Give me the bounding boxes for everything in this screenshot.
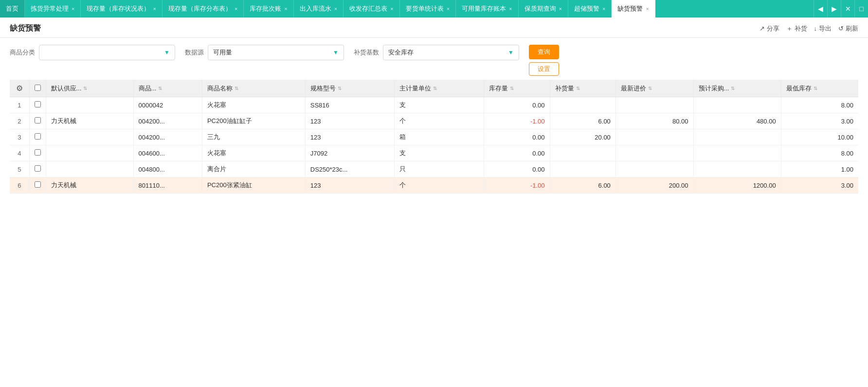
cell-spec-2: 123	[305, 129, 394, 145]
sort-icon-code: ⇅	[158, 86, 162, 91]
tab-batch-account-close[interactable]: ×	[284, 6, 287, 12]
col-replenish-qty[interactable]: 补货量 ⇅	[550, 80, 615, 97]
cell-stock-3: 0.00	[484, 145, 550, 161]
col-latest-price[interactable]: 最新进价 ⇅	[615, 80, 693, 97]
cell-name-1: PC200油缸缸子	[202, 113, 305, 129]
query-button[interactable]: 查询	[529, 45, 559, 59]
row-num-2: 3	[10, 129, 29, 145]
category-select[interactable]: ▼	[39, 45, 175, 60]
tab-available-ledger-close[interactable]: ×	[509, 6, 512, 12]
replenish-btn[interactable]: ＋ 补货	[786, 24, 807, 33]
cell-est-purchase-0	[693, 97, 781, 113]
cell-supplier-0	[46, 97, 133, 113]
cell-spec-0: SS816	[305, 97, 394, 113]
cell-stock-0: 0.00	[484, 97, 550, 113]
cell-supplier-1: 力天机械	[46, 113, 133, 129]
col-est-purchase[interactable]: 预计采购... ⇅	[693, 80, 781, 97]
page-header: 缺货预警 ↗ 分享 ＋ 补货 ↓ 导出 ↺ 刷新	[0, 18, 868, 38]
col-gear[interactable]: ⚙	[10, 80, 29, 97]
col-checkbox[interactable]	[29, 80, 46, 97]
tab-available-ledger[interactable]: 可用量库存账本 ×	[456, 0, 518, 18]
col-spec[interactable]: 规格型号 ⇅	[305, 80, 394, 97]
tab-batch-account[interactable]: 库存批次账 ×	[244, 0, 293, 18]
sort-icon-price: ⇅	[648, 86, 652, 91]
cell-unit-5: 个	[395, 177, 484, 194]
settings-button[interactable]: 设置	[529, 62, 559, 76]
cell-price-0	[615, 97, 693, 113]
table-row: 5 004800... 离合片 DS250*23c... 只 0.00 1.00	[10, 161, 858, 177]
sort-icon-est-purchase: ⇅	[731, 86, 735, 91]
cell-replenish-5: 6.00	[550, 177, 615, 194]
filter-group-replenish: 补货基数 安全库存 ▼	[354, 45, 519, 60]
tab-shortage-warning[interactable]: 缺货预警 ×	[612, 0, 655, 18]
export-btn[interactable]: ↓ 导出	[814, 24, 832, 33]
tab-inventory-dist[interactable]: 现存量（库存分布表） ×	[163, 0, 244, 18]
category-arrow-icon: ▼	[164, 49, 170, 56]
share-icon: ↗	[760, 25, 765, 32]
row-checkbox-4[interactable]	[29, 161, 46, 177]
tab-exception[interactable]: 拣货异常处理 ×	[25, 0, 81, 18]
col-product-code[interactable]: 商品... ⇅	[133, 80, 202, 97]
tab-receipt-summary-close[interactable]: ×	[390, 6, 393, 12]
cell-min-stock-0: 8.00	[781, 97, 858, 113]
replenish-select[interactable]: 安全库存 ▼	[383, 45, 519, 60]
tab-inventory-dist-close[interactable]: ×	[235, 6, 237, 12]
header-actions: ↗ 分享 ＋ 补货 ↓ 导出 ↺ 刷新	[760, 24, 859, 33]
share-btn[interactable]: ↗ 分享	[760, 24, 779, 33]
gear-settings-btn[interactable]: ⚙	[16, 84, 23, 93]
refresh-btn[interactable]: ↺ 刷新	[838, 24, 858, 33]
row-num-0: 1	[10, 97, 29, 113]
cell-name-5: PC200张紧油缸	[202, 177, 305, 194]
cell-supplier-5: 力天机械	[46, 177, 133, 194]
tab-close-all-btn[interactable]: ✕	[841, 0, 854, 18]
col-min-stock[interactable]: 最低库存 ⇅	[781, 80, 858, 97]
refresh-icon: ↺	[838, 25, 844, 32]
tab-home[interactable]: 首页	[0, 0, 25, 18]
cell-name-3: 火花塞	[202, 145, 305, 161]
tab-inventory-status[interactable]: 现存量（库存状况表） ×	[81, 0, 162, 18]
tab-overstock-warning[interactable]: 超储预警 ×	[568, 0, 612, 18]
row-checkbox-3[interactable]	[29, 145, 46, 161]
cell-spec-1: 123	[305, 113, 394, 129]
cell-price-5: 200.00	[615, 177, 693, 194]
row-num-3: 4	[10, 145, 29, 161]
cell-replenish-3	[550, 145, 615, 161]
row-checkbox-5[interactable]	[29, 177, 46, 194]
cell-supplier-3	[46, 145, 133, 161]
tab-inventory-status-close[interactable]: ×	[153, 6, 156, 12]
tab-expand-btn[interactable]: □	[854, 0, 868, 18]
tab-expiry-query[interactable]: 保质期查询 ×	[519, 0, 568, 18]
page-title: 缺货预警	[10, 23, 760, 34]
tab-prev-btn[interactable]: ◀	[814, 0, 827, 18]
col-default-supplier[interactable]: 默认供应... ⇅	[46, 80, 133, 97]
tab-inout-flow-close[interactable]: ×	[334, 6, 337, 12]
select-all-checkbox[interactable]	[35, 85, 41, 91]
tab-order-stats[interactable]: 要货单统计表 ×	[400, 0, 456, 18]
col-unit[interactable]: 主计量单位 ⇅	[395, 80, 484, 97]
table-body: 1 0000042 火花塞 SS816 支 0.00 8.00 2 力天机械 0…	[10, 97, 858, 194]
cell-replenish-1: 6.00	[550, 113, 615, 129]
row-checkbox-0[interactable]	[29, 97, 46, 113]
datasource-select[interactable]: 可用量 ▼	[208, 45, 344, 60]
tab-bar: 首页 拣货异常处理 × 现存量（库存状况表） × 现存量（库存分布表） × 库存…	[0, 0, 868, 18]
tab-next-btn[interactable]: ▶	[827, 0, 841, 18]
cell-min-stock-1: 3.00	[781, 113, 858, 129]
table-row: 3 004200... 三九 123 箱 0.00 20.00 10.00	[10, 129, 858, 145]
tab-receipt-summary[interactable]: 收发存汇总表 ×	[344, 0, 399, 18]
tab-order-stats-close[interactable]: ×	[447, 6, 450, 12]
tab-nav-controls: ◀ ▶ ✕ □	[814, 0, 868, 18]
table-row: 4 004600... 火花塞 J7092 支 0.00 8.00	[10, 145, 858, 161]
tab-inout-flow[interactable]: 出入库流水 ×	[294, 0, 344, 18]
cell-est-purchase-2	[693, 129, 781, 145]
row-checkbox-1[interactable]	[29, 113, 46, 129]
tab-overstock-warning-close[interactable]: ×	[602, 6, 605, 12]
tab-shortage-warning-close[interactable]: ×	[646, 6, 649, 12]
cell-price-1: 80.00	[615, 113, 693, 129]
col-product-name[interactable]: 商品名称 ⇅	[202, 80, 305, 97]
tab-expiry-query-close[interactable]: ×	[559, 6, 562, 12]
table-row: 6 力天机械 801110... PC200张紧油缸 123 个 -1.00 6…	[10, 177, 858, 194]
cell-stock-4: 0.00	[484, 161, 550, 177]
tab-exception-close[interactable]: ×	[72, 6, 74, 12]
col-stock[interactable]: 库存量 ⇅	[484, 80, 550, 97]
row-checkbox-2[interactable]	[29, 129, 46, 145]
